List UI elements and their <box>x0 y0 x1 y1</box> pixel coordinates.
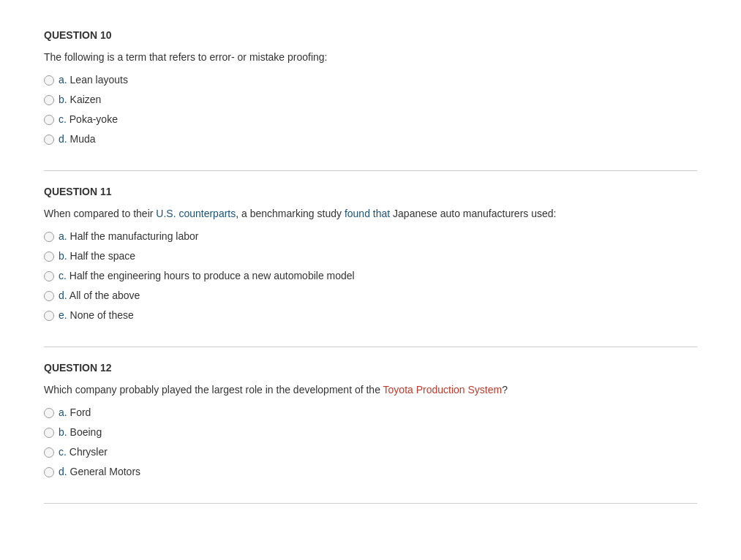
question-10-block: QUESTION 10 The following is a term that… <box>44 15 697 159</box>
option-11-c-label: c. Half the engineering hours to produce… <box>59 268 355 284</box>
divider-bottom <box>44 503 697 504</box>
radio-12-b[interactable] <box>44 428 54 438</box>
option-11-b[interactable]: b. Half the space <box>44 249 697 264</box>
question-10-text: The following is a term that refers to e… <box>44 50 697 65</box>
radio-11-b[interactable] <box>44 251 54 262</box>
option-12-b-label: b. Boeing <box>59 425 102 440</box>
radio-10-d[interactable] <box>44 135 54 145</box>
radio-12-a[interactable] <box>44 408 54 418</box>
q12-highlight-toyota: Toyota Production System <box>383 384 503 396</box>
question-12-text: Which company probably played the larges… <box>44 382 697 398</box>
option-12-a-label: a. Ford <box>59 405 91 420</box>
radio-11-d[interactable] <box>44 291 54 301</box>
q11-highlight-found: found <box>345 208 370 219</box>
option-11-c[interactable]: c. Half the engineering hours to produce… <box>44 268 697 284</box>
option-11-b-label: b. Half the space <box>59 249 135 264</box>
question-10-title: QUESTION 10 <box>44 29 697 41</box>
q11-highlight-that: that <box>373 208 390 219</box>
option-10-c[interactable]: c. Poka-yoke <box>44 112 697 127</box>
radio-10-b[interactable] <box>44 95 54 105</box>
radio-10-a[interactable] <box>44 75 54 86</box>
option-11-e-label: e. None of these <box>59 308 134 323</box>
question-10-text-content: The following is a term that refers to e… <box>44 51 327 63</box>
option-10-b-label: b. Kaizen <box>59 92 101 107</box>
option-11-a[interactable]: a. Half the manufacturing labor <box>44 229 697 244</box>
question-11-title: QUESTION 11 <box>44 186 697 197</box>
question-11-block: QUESTION 11 When compared to their U.S. … <box>44 171 697 335</box>
option-12-a[interactable]: a. Ford <box>44 405 697 420</box>
question-12-title: QUESTION 12 <box>44 362 697 374</box>
option-12-c[interactable]: c. Chrysler <box>44 444 697 460</box>
question-12-block: QUESTION 12 Which company probably playe… <box>44 347 697 491</box>
q11-highlight-counterparts: counterparts <box>178 208 236 219</box>
option-12-c-label: c. Chrysler <box>59 444 108 460</box>
option-10-a[interactable]: a. Lean layouts <box>44 72 697 88</box>
option-10-a-label: a. Lean layouts <box>59 72 128 88</box>
option-12-b[interactable]: b. Boeing <box>44 425 697 440</box>
option-11-a-label: a. Half the manufacturing labor <box>59 229 198 244</box>
question-11-text: When compared to their U.S. counterparts… <box>44 206 697 222</box>
option-10-c-label: c. Poka-yoke <box>59 112 118 127</box>
option-11-d-label: d. All of the above <box>59 288 140 303</box>
option-10-d[interactable]: d. Muda <box>44 132 697 147</box>
option-11-e[interactable]: e. None of these <box>44 308 697 323</box>
option-12-d-label: d. General Motors <box>59 464 140 480</box>
question-12-options: a. Ford b. Boeing c. Chrysler d. General… <box>44 405 697 480</box>
radio-12-d[interactable] <box>44 467 54 477</box>
q11-highlight-us: U.S. <box>156 208 176 219</box>
radio-12-c[interactable] <box>44 447 54 458</box>
page-container: QUESTION 10 The following is a term that… <box>0 0 741 518</box>
option-10-d-label: d. Muda <box>59 132 96 147</box>
question-10-options: a. Lean layouts b. Kaizen c. Poka-yoke d… <box>44 72 697 147</box>
option-11-d[interactable]: d. All of the above <box>44 288 697 303</box>
option-12-d[interactable]: d. General Motors <box>44 464 697 480</box>
radio-11-a[interactable] <box>44 232 54 242</box>
option-10-b[interactable]: b. Kaizen <box>44 92 697 107</box>
radio-10-c[interactable] <box>44 115 54 125</box>
radio-11-e[interactable] <box>44 311 54 321</box>
question-11-options: a. Half the manufacturing labor b. Half … <box>44 229 697 323</box>
radio-11-c[interactable] <box>44 271 54 281</box>
